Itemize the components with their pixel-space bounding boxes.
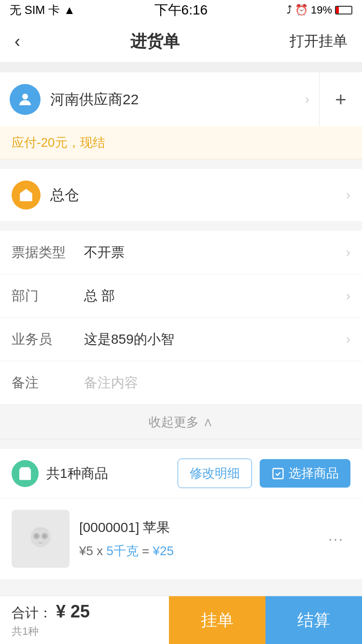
product-more-button[interactable]: ··· (321, 530, 350, 548)
chevron-right-icon: › (346, 288, 350, 304)
status-right: ⤴ ⏰ 19% (287, 4, 352, 16)
status-bar: 无 SIM 卡 ▲ 下午6:16 ⤴ ⏰ 19% (0, 0, 362, 20)
ticket-type-value: 不开票 (79, 243, 346, 262)
section-gap-1 (0, 63, 362, 72)
ticket-type-label: 票据类型 (12, 243, 79, 262)
product-item: [0000001] 苹果 ¥5 x 5千克 = ¥25 ··· (0, 498, 362, 580)
total-amount: ¥ 25 (56, 602, 90, 621)
owl-logo-icon (24, 522, 57, 556)
notice-bar: 应付-20元，现结 (0, 126, 362, 159)
battery-icon (335, 6, 352, 14)
carrier-text: 无 SIM 卡 (10, 2, 60, 18)
product-thumbnail (12, 510, 70, 568)
department-label: 部门 (12, 287, 79, 305)
plus-icon: + (335, 89, 346, 111)
svg-rect-3 (273, 468, 283, 478)
warehouse-icon (12, 181, 41, 210)
total-label: 合计： (12, 605, 52, 620)
total-count: 共1种 (12, 624, 157, 639)
nav-bar: ‹ 进货单 打开挂单 (0, 20, 362, 63)
bottom-bar: 合计：¥ 25 共1种 挂单 结算 (0, 596, 362, 644)
products-icon (12, 460, 39, 487)
salesperson-label: 业务员 (12, 330, 79, 349)
ticket-type-row[interactable]: 票据类型 不开票 › (0, 231, 362, 274)
department-value: 总 部 (79, 287, 346, 305)
collapse-button[interactable]: 收起更多 ∧ (0, 405, 362, 439)
time-display: 下午6:16 (154, 1, 208, 19)
select-icon (271, 467, 285, 480)
warehouse-name: 总仓 (50, 185, 346, 205)
product-name: [0000001] 苹果 (79, 518, 312, 537)
svg-point-7 (35, 534, 38, 538)
open-pending-button[interactable]: 打开挂单 (290, 31, 348, 51)
supplier-section: 河南供应商22 › + (0, 72, 362, 126)
wifi-icon: ▲ (64, 3, 75, 17)
status-left: 无 SIM 卡 ▲ (10, 2, 75, 18)
svg-point-0 (22, 94, 28, 99)
select-product-label: 选择商品 (289, 465, 339, 482)
products-count: 共1种商品 (46, 464, 170, 483)
salesperson-row[interactable]: 业务员 这是859的小智 › (0, 318, 362, 361)
select-product-button[interactable]: 选择商品 (260, 459, 350, 488)
remark-label: 备注 (12, 374, 79, 392)
house-icon (18, 187, 34, 203)
chevron-right-icon: › (346, 245, 350, 260)
form-section: 票据类型 不开票 › 部门 总 部 › 业务员 这是859的小智 › 备注 备注… (0, 231, 362, 405)
cart-icon (17, 466, 33, 481)
total-section: 合计：¥ 25 共1种 (0, 596, 169, 644)
suspend-button[interactable]: 挂单 (169, 596, 265, 644)
svg-rect-1 (24, 196, 28, 201)
product-quantity: 5千克 (106, 544, 138, 558)
total-line1: 合计：¥ 25 (12, 602, 157, 622)
add-supplier-button[interactable]: + (320, 72, 362, 126)
chevron-right-icon: › (305, 92, 309, 107)
supplier-selector[interactable]: 河南供应商22 › (0, 72, 320, 126)
salesperson-value: 这是859的小智 (79, 330, 346, 349)
product-info: [0000001] 苹果 ¥5 x 5千克 = ¥25 (79, 518, 312, 560)
back-button[interactable]: ‹ (14, 31, 20, 52)
person-icon (16, 91, 34, 108)
modify-detail-button[interactable]: 修改明细 (178, 459, 252, 488)
supplier-name: 河南供应商22 (50, 90, 305, 110)
location-icon: ⤴ (287, 4, 292, 16)
warehouse-selector[interactable]: 总仓 › (0, 169, 362, 221)
product-price: ¥5 x 5千克 = ¥25 (79, 543, 312, 560)
page-title: 进货单 (130, 30, 180, 53)
product-total: ¥25 (153, 544, 174, 558)
remark-row[interactable]: 备注 备注内容 (0, 361, 362, 405)
department-row[interactable]: 部门 总 部 › (0, 274, 362, 318)
checkout-button[interactable]: 结算 (265, 596, 362, 644)
products-header: 共1种商品 修改明细 选择商品 (0, 449, 362, 498)
battery-text: 19% (311, 4, 332, 16)
supplier-avatar (10, 84, 41, 115)
svg-point-8 (43, 534, 46, 538)
collapse-label: 收起更多 ∧ (149, 414, 213, 431)
chevron-right-icon: › (346, 187, 350, 203)
alarm-icon: ⏰ (295, 4, 308, 16)
remark-value: 备注内容 (79, 374, 350, 392)
chevron-right-icon: › (346, 332, 350, 347)
